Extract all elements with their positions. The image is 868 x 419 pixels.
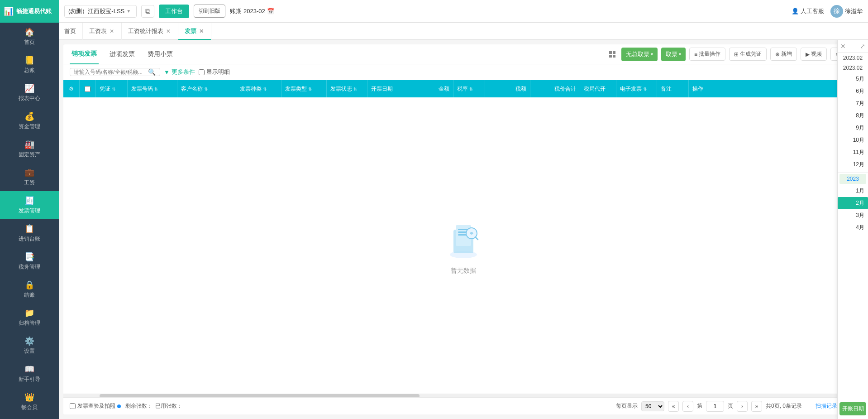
date-month-3[interactable]: 3月	[838, 209, 868, 222]
no-ticket-btn[interactable]: 无总取票 ▾	[621, 48, 658, 61]
scan-record-link[interactable]: 扫描记录	[816, 402, 837, 410]
th-inv-status: 发票状态 ⇅	[327, 80, 367, 97]
table-scrollbar[interactable]	[63, 394, 863, 397]
date-month-6[interactable]: 6月	[838, 85, 868, 97]
sort-icon[interactable]: ⇅	[353, 87, 357, 92]
sidebar-item-salary[interactable]: 💼 工资	[0, 163, 59, 191]
sort-icon[interactable]: ⇅	[469, 87, 473, 92]
date-month-2[interactable]: 2月	[838, 197, 868, 209]
sidebar-item-fixed-assets[interactable]: 🏭 固定资产	[0, 135, 59, 163]
subtab-purchase-label: 进项发票	[110, 50, 135, 58]
switch-version-btn[interactable]: 切到旧版	[194, 5, 225, 18]
search-icon[interactable]: 🔍	[148, 68, 156, 76]
copy-company-btn[interactable]: ⧉	[141, 5, 154, 18]
period-display: 账期 2023-02 📅	[230, 7, 274, 15]
tab-salary-stats-close[interactable]: ✕	[165, 28, 172, 34]
sidebar-item-member[interactable]: 👑 畅会员	[0, 388, 59, 416]
select-all-checkbox[interactable]	[85, 86, 91, 92]
sidebar-item-invoice-mgmt[interactable]: 🧾 发票管理	[0, 191, 59, 219]
tab-invoice-close[interactable]: ✕	[198, 28, 205, 34]
take-btn[interactable]: 取票 ▾	[661, 48, 686, 61]
reports-icon: 📈	[24, 83, 34, 93]
date-month-8[interactable]: 8月	[838, 110, 868, 122]
search-input[interactable]	[74, 69, 146, 75]
tab-salary-table[interactable]: 工资表 ✕	[83, 23, 122, 40]
sidebar-item-reports[interactable]: 📈 报表中心	[0, 79, 59, 107]
batch-op-label: 批量操作	[699, 50, 720, 58]
th-checkbox[interactable]	[80, 80, 96, 97]
date-month-12[interactable]: 12月	[838, 159, 868, 171]
sort-icon[interactable]: ⇅	[643, 87, 647, 92]
sidebar-item-closing[interactable]: 🔒 结账	[0, 275, 59, 303]
sort-icon[interactable]: ⇅	[112, 87, 115, 92]
sidebar-item-sales-ledger[interactable]: 📋 进销台账	[0, 219, 59, 247]
subtab-purchase[interactable]: 进项发票	[108, 44, 137, 64]
sidebar-item-label: 畅会员	[21, 404, 38, 411]
new-btn[interactable]: ⊕ 新增	[770, 48, 797, 61]
status-dot	[117, 405, 121, 408]
sort-icon[interactable]: ⇅	[154, 87, 158, 92]
open-date-btn[interactable]: 开账日期	[839, 402, 866, 415]
tab-salary-stats-label: 工资统计报表	[128, 27, 163, 35]
first-page-btn[interactable]: «	[668, 401, 679, 412]
search-toolbar: 🔍 ▼ 更多条件 显示明细	[63, 64, 863, 80]
sort-icon[interactable]: ⇅	[308, 87, 312, 92]
sort-icon[interactable]: ⇅	[263, 87, 267, 92]
date-month-5[interactable]: 5月	[838, 73, 868, 85]
gen-voucher-btn[interactable]: ⊞ 生成凭证	[729, 48, 767, 61]
sidebar-item-tax-mgmt[interactable]: 📑 税务管理	[0, 247, 59, 275]
filter-btn[interactable]: ▼ 更多条件	[164, 68, 195, 76]
show-detail-checkbox[interactable]	[199, 69, 205, 75]
video-btn[interactable]: ▶ 视频	[801, 48, 827, 61]
topbar: (勿删）江西股宝-LSS ▼ ⧉ 工作台 切到旧版 账期 2023-02 📅 👤…	[59, 0, 868, 23]
take-label: 取票	[666, 50, 677, 58]
th-settings[interactable]: ⚙	[63, 80, 80, 97]
th-tax-amount: 税额	[485, 80, 530, 97]
sidebar-item-label: 总账	[24, 67, 35, 74]
customer-service-btn[interactable]: 👤 人工客服	[792, 7, 824, 15]
tab-salary-table-close[interactable]: ✕	[109, 28, 115, 34]
page-size-select[interactable]: 50 10 20 100	[641, 401, 664, 411]
invoice-verify-checkbox[interactable]	[70, 403, 76, 409]
sidebar-item-general-ledger[interactable]: 📒 总账	[0, 51, 59, 79]
sidebar-item-archive[interactable]: 📁 归档管理	[0, 303, 59, 332]
date-year-2023-label[interactable]: 2023.02	[838, 63, 868, 73]
workspace-btn[interactable]: 工作台	[159, 5, 189, 18]
user-menu[interactable]: 徐 徐溢华	[830, 5, 863, 18]
next-page-btn[interactable]: ›	[737, 401, 748, 412]
subtab-sales[interactable]: 销项发票	[70, 44, 99, 64]
tab-invoice[interactable]: 发票 ✕	[178, 23, 211, 40]
sidebar-item-funds[interactable]: 💰 资金管理	[0, 107, 59, 135]
batch-op-btn[interactable]: ≡ 批量操作	[689, 48, 725, 61]
date-panel-expand-btn[interactable]: ⤢	[860, 43, 865, 50]
tab-home[interactable]: 首页	[64, 23, 83, 40]
date-year-current-title[interactable]: 2023	[839, 174, 866, 184]
subtab-expense[interactable]: 费用小票	[146, 44, 175, 64]
table-header: ⚙ 凭证 ⇅ 发票号码 ⇅ 客户名称 ⇅ 发票种类 ⇅	[63, 80, 863, 97]
total-records: 共0页, 0条记录	[766, 402, 802, 410]
sidebar-item-beginner[interactable]: 📖 新手引导	[0, 360, 59, 388]
date-month-10[interactable]: 10月	[838, 134, 868, 146]
sidebar-item-settings[interactable]: ⚙️ 设置	[0, 332, 59, 360]
video-icon: ▶	[806, 51, 810, 58]
tab-salary-stats[interactable]: 工资统计报表 ✕	[122, 23, 178, 40]
prev-page-btn[interactable]: ‹	[682, 401, 693, 412]
period-value: 2023-02	[243, 8, 265, 14]
sidebar-item-home[interactable]: 🏠 首页	[0, 23, 59, 51]
date-year-prev-label[interactable]: 2023.02	[838, 53, 868, 63]
date-month-11[interactable]: 11月	[838, 146, 868, 159]
date-month-9[interactable]: 9月	[838, 122, 868, 134]
th-amount: 金额	[408, 80, 453, 97]
tab-salary-table-label: 工资表	[89, 27, 107, 35]
date-month-4[interactable]: 4月	[838, 222, 868, 234]
date-panel-close-btn[interactable]: ✕	[840, 43, 846, 50]
company-selector[interactable]: (勿删）江西股宝-LSS ▼	[64, 5, 137, 18]
date-month-1[interactable]: 1月	[838, 185, 868, 197]
pagination: 每页显示 50 10 20 100 « ‹ 第 页 › » 共0页, 0条记录	[616, 401, 802, 412]
date-month-7[interactable]: 7月	[838, 97, 868, 110]
calendar-icon[interactable]: 📅	[267, 8, 274, 14]
page-number-input[interactable]	[706, 401, 724, 412]
grid-view-btn[interactable]	[607, 49, 618, 60]
sort-icon[interactable]: ⇅	[204, 87, 208, 92]
last-page-btn[interactable]: »	[751, 401, 762, 412]
